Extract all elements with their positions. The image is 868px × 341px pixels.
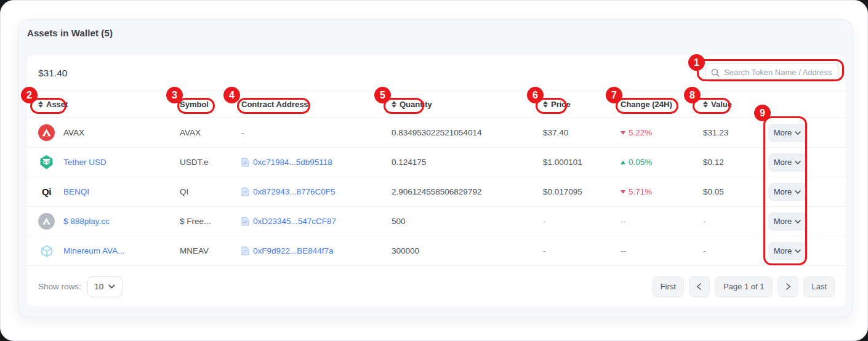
contract-address-link[interactable]: 0xc71984...5db95118: [253, 158, 332, 167]
more-button[interactable]: More: [768, 212, 806, 231]
search-input[interactable]: [724, 68, 832, 77]
column-header-quantity[interactable]: Quantity: [392, 100, 543, 109]
more-button[interactable]: More: [768, 153, 806, 172]
document-icon: [241, 217, 249, 226]
more-button[interactable]: More: [768, 242, 806, 260]
quantity-cell: 300000: [392, 246, 543, 255]
chevron-down-icon: [795, 190, 801, 194]
sort-icon: [703, 101, 708, 108]
wallet-total-value: $31.40: [38, 68, 67, 79]
assets-table-panel: $31.40 Asset Symbol: [27, 55, 846, 307]
value-cell: -: [703, 246, 768, 255]
table-row: Qi BENQI QI 0x872943...8776C0F5 2.906124…: [27, 177, 846, 207]
pagination-status: Page 1 of 1: [715, 276, 773, 297]
quantity-cell: 0.124175: [392, 158, 543, 167]
symbol-cell: MNEAV: [180, 246, 241, 255]
change-cell: 5.71%: [621, 187, 703, 196]
table-footer: Show rows: 10 First Page 1 of 1 Las: [27, 267, 846, 307]
888play-token-icon: [38, 213, 55, 230]
more-button[interactable]: More: [768, 183, 806, 201]
price-cell: -: [543, 246, 621, 255]
assets-card: Assets in Wallet (5) $31.40 Asset: [18, 19, 853, 317]
contract-address-link[interactable]: 0xF9d922...BE844f7a: [253, 246, 334, 255]
change-cell: 5.22%: [621, 128, 703, 137]
contract-cell: 0x872943...8776C0F5: [241, 187, 392, 196]
quantity-cell: 2.906124558506829792: [392, 187, 543, 196]
chevron-down-icon: [108, 284, 115, 289]
asset-name-link[interactable]: Tether USD: [63, 158, 106, 167]
search-box[interactable]: [705, 63, 838, 82]
triangle-down-icon: [621, 131, 625, 135]
triangle-up-icon: [621, 161, 625, 164]
asset-name-link[interactable]: $ 888play.cc: [63, 217, 110, 226]
tether-token-icon: [38, 154, 55, 170]
price-cell: $0.017095: [543, 187, 621, 196]
chevron-right-icon: [786, 283, 790, 290]
table-header-row: Asset Symbol Contract Address Quantity P…: [27, 91, 846, 118]
table-row: Minereum AVA... MNEAV 0xF9d922...BE844f7…: [27, 236, 846, 266]
chevron-down-icon: [795, 131, 801, 135]
document-icon: [241, 246, 249, 255]
search-icon: [711, 68, 720, 77]
column-header-symbol[interactable]: Symbol: [180, 100, 241, 109]
column-header-change-24h[interactable]: Change (24H): [621, 100, 703, 109]
contract-address-link[interactable]: 0xD23345...547cCF87: [253, 217, 336, 226]
column-header-value[interactable]: Value: [703, 100, 768, 109]
show-rows-label: Show rows:: [38, 282, 81, 291]
triangle-down-icon: [621, 190, 625, 194]
value-cell: -: [703, 217, 768, 226]
value-cell: $31.23: [703, 128, 768, 137]
rows-per-page-select[interactable]: 10: [87, 276, 123, 297]
column-header-contract-address[interactable]: Contract Address: [241, 100, 392, 109]
chevron-down-icon: [795, 220, 801, 223]
pagination-last-button[interactable]: Last: [803, 276, 835, 297]
pagination-first-button[interactable]: First: [653, 276, 684, 297]
sort-icon: [543, 101, 548, 108]
symbol-cell: $ Free...: [180, 217, 241, 226]
contract-cell: 0xc71984...5db95118: [241, 158, 392, 167]
contract-cell: -: [241, 128, 392, 137]
wallet-assets-screen: Assets in Wallet (5) $31.40 Asset: [0, 0, 868, 341]
sort-icon: [38, 101, 43, 108]
price-cell: -: [543, 217, 621, 226]
symbol-cell: USDT.e: [180, 158, 241, 167]
document-icon: [241, 187, 249, 196]
pagination: First Page 1 of 1 Last: [653, 276, 835, 297]
table-row: $ 888play.cc $ Free... 0xD23345...547cCF…: [27, 207, 846, 236]
value-cell: $0.05: [703, 187, 768, 196]
sort-icon: [392, 101, 396, 108]
document-icon: [241, 158, 249, 167]
contract-address-link[interactable]: 0x872943...8776C0F5: [253, 187, 336, 196]
change-cell: 0.05%: [621, 158, 703, 167]
column-header-price[interactable]: Price: [543, 100, 621, 109]
more-button[interactable]: More: [768, 124, 806, 142]
change-cell: --: [621, 246, 703, 255]
asset-name-link[interactable]: BENQI: [63, 187, 89, 196]
value-cell: $0.12: [703, 158, 768, 167]
change-cell: --: [621, 217, 703, 226]
pagination-prev-button[interactable]: [689, 276, 710, 297]
chevron-down-icon: [795, 249, 801, 253]
contract-cell: 0xD23345...547cCF87: [241, 217, 392, 226]
table-row: Tether USD USDT.e 0xc71984...5db95118 0.…: [27, 148, 846, 177]
symbol-cell: QI: [180, 187, 241, 196]
contract-cell: 0xF9d922...BE844f7a: [241, 246, 392, 255]
pagination-next-button[interactable]: [778, 276, 798, 297]
benqi-token-icon: Qi: [38, 183, 55, 200]
asset-name: AVAX: [63, 128, 84, 137]
minereum-token-icon: [38, 243, 55, 259]
price-cell: $1.000101: [543, 158, 621, 167]
quantity-cell: 500: [392, 217, 543, 226]
chevron-left-icon: [697, 283, 701, 290]
column-header-asset[interactable]: Asset: [38, 100, 180, 109]
table-toolbar: $31.40: [27, 55, 846, 91]
asset-name-link[interactable]: Minereum AVA...: [63, 246, 124, 255]
table-row: AVAX AVAX - 0.834953022521054014 $37.40 …: [27, 118, 846, 148]
avax-token-icon: [38, 124, 55, 141]
symbol-cell: AVAX: [180, 128, 241, 137]
quantity-cell: 0.834953022521054014: [392, 128, 543, 137]
chevron-down-icon: [795, 161, 801, 164]
price-cell: $37.40: [543, 128, 621, 137]
page-title: Assets in Wallet (5): [27, 28, 113, 38]
